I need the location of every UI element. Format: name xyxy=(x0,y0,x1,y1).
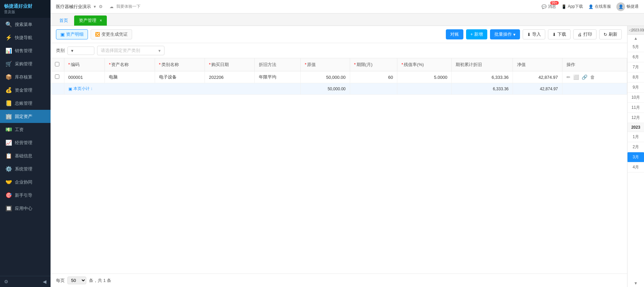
company-dropdown-icon[interactable]: ▾ xyxy=(94,4,96,9)
sidebar-item-ledger[interactable]: 📒 总账管理 xyxy=(0,97,51,110)
download-btn[interactable]: ⬇ 下载 xyxy=(548,29,571,39)
cell-depreciation-method: 年限平均 xyxy=(255,71,301,83)
sidebar-label-purchase: 采购管理 xyxy=(15,61,32,67)
month-item[interactable]: 6月 xyxy=(627,52,644,62)
print-btn[interactable]: 🖨 打印 xyxy=(573,29,596,39)
dropdown-arrow-icon: ▾ xyxy=(158,48,161,53)
header-name: *资产名称 xyxy=(105,58,155,71)
settings-icon[interactable]: ⚙ xyxy=(99,4,103,9)
download-icon: 📱 xyxy=(561,4,566,9)
change-voucher-label: 变更生成凭证 xyxy=(101,31,128,37)
import-label: 导入 xyxy=(532,31,541,37)
month-item[interactable]: 10月 xyxy=(627,93,644,103)
batch-ops-btn[interactable]: 批量操作 ▾ xyxy=(490,29,520,39)
month-item[interactable]: 11月 xyxy=(627,103,644,113)
new-btn[interactable]: + 新增 xyxy=(466,29,487,39)
sidebar-item-operations[interactable]: 📈 经营管理 xyxy=(0,136,51,149)
sidebar-item-guide[interactable]: 🎯 新手引导 xyxy=(0,189,51,202)
month-item[interactable]: 9月 xyxy=(627,83,644,93)
month-item[interactable]: 8月 xyxy=(627,72,644,83)
cell-actions: ✏ ⬜ 🔗 🗑 xyxy=(562,71,627,83)
sidebar-item-search[interactable]: 🔍 搜索菜单 xyxy=(0,18,51,31)
cell-accumulated-depreciation: 6,333.36 xyxy=(452,71,513,83)
month-item[interactable]: 2月 xyxy=(627,142,644,152)
cell-period: 60 xyxy=(350,71,397,83)
header-period: *期限(月) xyxy=(350,58,397,71)
sidebar-icon-quicknav: ⚡ xyxy=(5,34,12,41)
subtotal-checkbox-cell xyxy=(51,83,64,95)
category-dropdown[interactable]: 请选择固定资产类别 ▾ xyxy=(97,46,164,55)
experience-btn[interactable]: 我要体验一下 xyxy=(116,4,141,9)
right-panel: ◁ 2023.03 ▷ ▲ 5月6月7月8月9月10月11月12月20231月2… xyxy=(627,26,644,287)
sidebar-item-fixed_assets[interactable]: 🏢 固定资产 xyxy=(0,110,51,123)
scroll-up-icon[interactable]: ▲ xyxy=(634,36,638,41)
tab-home[interactable]: 首页 xyxy=(55,15,73,26)
scroll-down-icon[interactable]: ▼ xyxy=(634,281,638,286)
reconcile-btn[interactable]: 对账 xyxy=(446,29,463,39)
edit-icon[interactable]: ✏ xyxy=(566,74,571,80)
subtotal-net-value: 42,874.97 xyxy=(513,83,562,95)
copy-icon[interactable]: ⬜ xyxy=(573,74,579,80)
sidebar-icon-fixed_assets: 🏢 xyxy=(5,113,12,120)
subtotal-actions xyxy=(562,83,627,95)
sidebar-item-purchase[interactable]: 🛒 采购管理 xyxy=(0,57,51,70)
filter-bar: 类别 ▾ 请选择固定资产类别 ▾ xyxy=(51,43,627,58)
per-page-select[interactable]: 50 100 xyxy=(67,277,86,284)
sidebar-item-apps[interactable]: 🔲 应用中心 xyxy=(0,202,51,215)
month-item[interactable]: 7月 xyxy=(627,62,644,72)
app-download-btn[interactable]: 📱 App下载 xyxy=(561,4,583,9)
online-service-btn[interactable]: 👤 在线客服 xyxy=(588,4,611,9)
select-all-checkbox[interactable] xyxy=(55,62,59,66)
cell-name: 电脑 xyxy=(105,71,155,83)
experience-label: 我要体验一下 xyxy=(116,4,141,9)
tab-asset-detail[interactable]: ▣ 资产明细 xyxy=(56,29,88,39)
header-depreciation-method: 折旧方法 xyxy=(255,58,301,71)
sidebar-icon-apps: 🔲 xyxy=(5,205,12,212)
year-display: 2023.03 xyxy=(632,28,644,32)
main-area: 医疗器械行业演示 ▾ ⚙ ☁ 我要体验一下 💬 消息 99+ 📱 App下载 👤… xyxy=(51,0,644,287)
sidebar-icon-system: ⚙️ xyxy=(5,166,12,172)
link-icon[interactable]: 🔗 xyxy=(582,74,587,80)
sidebar-item-system[interactable]: ⚙️ 系统管理 xyxy=(0,162,51,176)
collapse-icon[interactable]: ◀ xyxy=(43,279,47,284)
tab-assets[interactable]: 资产管理 × xyxy=(74,15,107,26)
tabbar: 首页 资产管理 × xyxy=(51,13,644,26)
month-item[interactable]: 12月 xyxy=(627,113,644,123)
header-checkbox-cell xyxy=(51,58,64,71)
sidebar-item-cooperation[interactable]: 🤝 企业协同 xyxy=(0,176,51,189)
right-panel-down-arrows: ▼ xyxy=(627,280,644,287)
cell-residual-rate: 5.0000 xyxy=(397,71,452,83)
expand-left-icon[interactable]: ◁ xyxy=(629,28,632,32)
subtotal-label-text: 本页小计： xyxy=(73,86,94,92)
content-main: ▣ 资产明细 🔀 变更生成凭证 对账 + 新增 批量操作 ▾ xyxy=(51,26,627,287)
asset-table-container: *编码 *资产名称 *类别名称 *购买日期 折旧方法 *原值 *期限(月) *残… xyxy=(51,58,627,274)
sidebar-item-funds[interactable]: 💰 资金管理 xyxy=(0,84,51,97)
sidebar-item-sales[interactable]: 📊 销售管理 xyxy=(0,44,51,57)
app-subtitle: 普及版 xyxy=(4,9,15,14)
refresh-label: 刷新 xyxy=(609,31,617,37)
import-btn[interactable]: ⬇ 导入 xyxy=(523,29,545,39)
notifications-btn[interactable]: 💬 消息 99+ xyxy=(542,4,556,9)
category-select[interactable]: ▾ xyxy=(67,46,94,55)
tab-change-voucher[interactable]: 🔀 变更生成凭证 xyxy=(91,29,132,39)
topbar-left: 医疗器械行业演示 ▾ ⚙ ☁ 我要体验一下 xyxy=(56,4,141,10)
settings-icon[interactable]: ⚙ xyxy=(4,279,8,284)
sidebar-item-quicknav[interactable]: ⚡ 快捷导航 xyxy=(0,31,51,44)
tab-close-icon[interactable]: × xyxy=(100,18,102,23)
delete-icon[interactable]: 🗑 xyxy=(590,74,595,80)
sidebar-item-inventory[interactable]: 📦 库存核算 xyxy=(0,70,51,84)
sidebar-item-basic_info[interactable]: 📋 基础信息 xyxy=(0,149,51,162)
header-purchase-date: *购买日期 xyxy=(205,58,255,71)
sidebar-label-system: 系统管理 xyxy=(15,166,32,172)
refresh-btn[interactable]: ↻ 刷新 xyxy=(599,29,622,39)
app-download-label: App下载 xyxy=(568,4,583,9)
reconcile-label: 对账 xyxy=(450,31,459,37)
user-menu[interactable]: 👤 畅捷通 xyxy=(616,2,639,11)
month-item[interactable]: 5月 xyxy=(627,42,644,52)
month-item[interactable]: 3月 xyxy=(627,152,644,162)
new-label: + 新增 xyxy=(470,31,483,37)
row-checkbox-0[interactable] xyxy=(55,74,59,79)
sidebar-item-payroll[interactable]: 💵 工资 xyxy=(0,123,51,136)
month-item[interactable]: 1月 xyxy=(627,132,644,142)
month-item[interactable]: 4月 xyxy=(627,162,644,172)
